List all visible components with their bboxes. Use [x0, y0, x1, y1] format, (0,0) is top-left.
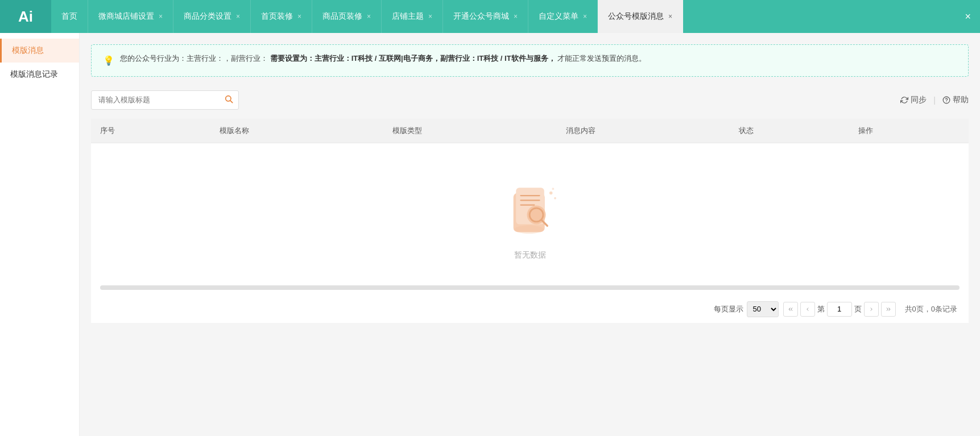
next-page-button[interactable]	[864, 302, 879, 317]
page-input[interactable]	[827, 302, 852, 317]
sidebar: 模版消息模版消息记录	[0, 33, 80, 436]
table-header-cell: 模版类型	[383, 119, 556, 143]
main-layout: 模版消息模版消息记录 💡 您的公众号行业为：主营行业：，副营行业： 需要设置为：…	[0, 33, 980, 436]
svg-line-1	[230, 101, 232, 102]
tab-close-button[interactable]: ×	[236, 13, 240, 20]
table-container: 序号模版名称模版类型消息内容状态操作	[91, 119, 969, 293]
tab-close-button[interactable]: ×	[668, 13, 672, 20]
nav-tab[interactable]: 首页装修×	[251, 0, 312, 33]
table-header-cell: 模版名称	[210, 119, 383, 143]
notice-icon: 💡	[103, 53, 114, 68]
tab-close-button[interactable]: ×	[583, 13, 587, 20]
nav-tab[interactable]: 自定义菜单×	[528, 0, 598, 33]
last-page-button[interactable]	[881, 302, 896, 317]
search-input-wrap	[91, 90, 239, 110]
close-all-button[interactable]: ×	[965, 11, 971, 23]
first-page-button[interactable]	[783, 302, 798, 317]
empty-icon	[499, 177, 561, 240]
horizontal-scrollbar[interactable]	[100, 285, 960, 290]
brand-logo: Ai	[0, 0, 51, 33]
tab-close-button[interactable]: ×	[514, 13, 518, 20]
sidebar-item[interactable]: 模版消息	[0, 39, 79, 63]
search-button[interactable]	[224, 94, 233, 106]
nav-tab[interactable]: 店铺主题×	[382, 0, 443, 33]
empty-state: 暂无数据	[91, 143, 969, 283]
nav-tabs: 首页微商城店铺设置×商品分类设置×首页装修×商品页装修×店铺主题×开通公众号商城…	[51, 0, 980, 33]
notice-banner: 💡 您的公众号行业为：主营行业：，副营行业： 需要设置为：主营行业：IT科技 /…	[91, 44, 969, 77]
tab-close-button[interactable]: ×	[159, 13, 163, 20]
table-header-cell: 操作	[849, 119, 969, 143]
help-button[interactable]: 帮助	[942, 95, 969, 105]
svg-point-14	[554, 197, 556, 199]
pagination: 每页显示 102050100 第 页 共0页，0	[91, 293, 969, 323]
notice-text: 您的公众号行业为：主营行业：，副营行业： 需要设置为：主营行业：IT科技 / 互…	[120, 53, 957, 65]
divider: |	[933, 95, 936, 105]
nav-tab[interactable]: 首页	[51, 0, 88, 33]
table-header-row: 序号模版名称模版类型消息内容状态操作	[91, 119, 969, 143]
tab-close-button[interactable]: ×	[367, 13, 371, 20]
table-header-cell: 序号	[91, 119, 210, 143]
scrollbar-row	[91, 283, 969, 293]
toolbar-right: 同步 | 帮助	[900, 95, 969, 105]
notice-highlight: 需要设置为：主营行业：IT科技 / 互联网|电子商务，副营行业：IT科技 / I…	[270, 54, 556, 63]
table-header-cell: 消息内容	[557, 119, 730, 143]
empty-text: 暂无数据	[514, 250, 546, 260]
tab-close-button[interactable]: ×	[428, 13, 432, 20]
nav-tab[interactable]: 商品分类设置×	[173, 0, 251, 33]
svg-point-15	[552, 188, 554, 190]
content-area: 💡 您的公众号行业为：主营行业：，副营行业： 需要设置为：主营行业：IT科技 /…	[80, 33, 980, 436]
svg-point-13	[549, 191, 552, 194]
nav-tab[interactable]: 商品页装修×	[312, 0, 382, 33]
top-nav: Ai 首页微商城店铺设置×商品分类设置×首页装修×商品页装修×店铺主题×开通公众…	[0, 0, 980, 33]
search-input[interactable]	[91, 90, 239, 110]
page-nav: 第 页	[783, 302, 896, 317]
search-row: 同步 | 帮助	[91, 90, 969, 110]
svg-point-0	[226, 95, 231, 101]
page-total: 共0页，0条记录	[905, 304, 957, 314]
tab-close-button[interactable]: ×	[297, 13, 301, 20]
per-page-dropdown[interactable]: 102050100	[747, 301, 779, 317]
nav-tab[interactable]: 微商城店铺设置×	[88, 0, 173, 33]
per-page-select: 每页显示 102050100	[714, 301, 779, 317]
data-table: 序号模版名称模版类型消息内容状态操作	[91, 119, 969, 143]
prev-page-button[interactable]	[800, 302, 815, 317]
nav-tab[interactable]: 开通公众号商城×	[443, 0, 528, 33]
sidebar-item[interactable]: 模版消息记录	[0, 63, 79, 86]
sync-button[interactable]: 同步	[900, 95, 927, 105]
table-header-cell: 状态	[730, 119, 849, 143]
nav-tab[interactable]: 公众号模版消息×	[598, 0, 683, 33]
